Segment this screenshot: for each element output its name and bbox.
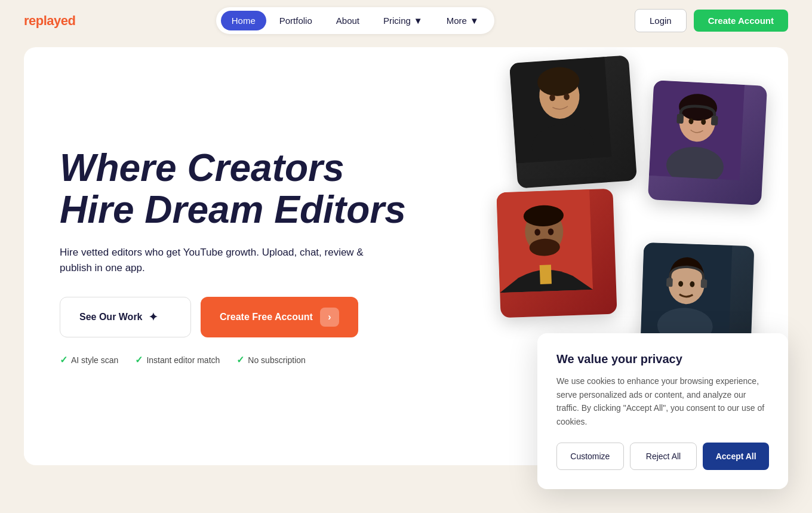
hero-title: Where Creators Hire Dream Editors xyxy=(60,147,418,231)
see-work-label: See Our Work xyxy=(79,312,143,322)
check-icon: ✓ xyxy=(60,354,67,365)
check-icon: ✓ xyxy=(135,354,143,365)
chevron-down-icon: ▼ xyxy=(414,16,423,26)
nav-link-home[interactable]: Home xyxy=(221,11,266,30)
svg-rect-24 xyxy=(701,279,708,288)
navbar: replayed Home Portfolio About Pricing ▼ … xyxy=(0,0,812,41)
nav-links-container: Home Portfolio About Pricing ▼ More ▼ xyxy=(216,7,494,34)
feature-editor-match: ✓ Instant editor match xyxy=(135,354,220,365)
feature-ai-scan-label: AI style scan xyxy=(71,355,118,365)
editor-photo-3 xyxy=(496,189,617,318)
feature-no-subscription-label: No subscription xyxy=(248,355,306,365)
login-button[interactable]: Login xyxy=(635,9,687,32)
accept-all-button[interactable]: Accept All xyxy=(703,443,769,470)
nav-link-more[interactable]: More ▼ xyxy=(436,11,490,30)
chevron-down-icon: ▼ xyxy=(470,16,479,26)
customize-button[interactable]: Customize xyxy=(556,443,624,470)
editor-photo-1 xyxy=(509,55,637,188)
brand-logo[interactable]: replayed xyxy=(24,13,76,29)
svg-rect-10 xyxy=(711,116,718,126)
create-free-button[interactable]: Create Free Account › xyxy=(201,297,358,337)
hero-section: Where Creators Hire Dream Editors Hire v… xyxy=(24,111,454,402)
nav-link-pricing[interactable]: Pricing ▼ xyxy=(373,11,433,30)
nav-actions: Login Create Account xyxy=(635,9,788,32)
feature-no-subscription: ✓ No subscription xyxy=(236,354,306,365)
svg-rect-23 xyxy=(666,278,673,287)
check-icon: ✓ xyxy=(236,354,244,365)
nav-link-about[interactable]: About xyxy=(325,11,370,30)
create-free-label: Create Free Account xyxy=(220,312,313,322)
hero-features: ✓ AI style scan ✓ Instant editor match ✓… xyxy=(60,354,418,365)
feature-editor-match-label: Instant editor match xyxy=(146,355,220,365)
cookie-banner: We value your privacy We use cookies to … xyxy=(537,333,788,489)
reject-all-button[interactable]: Reject All xyxy=(630,443,697,470)
hero-buttons: See Our Work ✦ Create Free Account › xyxy=(60,297,418,337)
cookie-buttons: Customize Reject All Accept All xyxy=(556,443,769,470)
cookie-text: We use cookies to enhance your browsing … xyxy=(556,374,769,428)
sparkle-icon: ✦ xyxy=(149,311,158,324)
feature-ai-scan: ✓ AI style scan xyxy=(60,354,118,365)
svg-rect-18 xyxy=(540,265,552,284)
cookie-title: We value your privacy xyxy=(556,352,769,366)
editor-photo-2 xyxy=(648,80,767,205)
svg-rect-9 xyxy=(676,114,684,124)
see-work-button[interactable]: See Our Work ✦ xyxy=(60,297,191,337)
nav-link-portfolio[interactable]: Portfolio xyxy=(269,11,323,30)
create-account-button[interactable]: Create Account xyxy=(694,10,788,32)
arrow-right-icon: › xyxy=(320,308,339,327)
hero-subtitle: Hire vetted editors who get YouTube grow… xyxy=(60,245,370,275)
